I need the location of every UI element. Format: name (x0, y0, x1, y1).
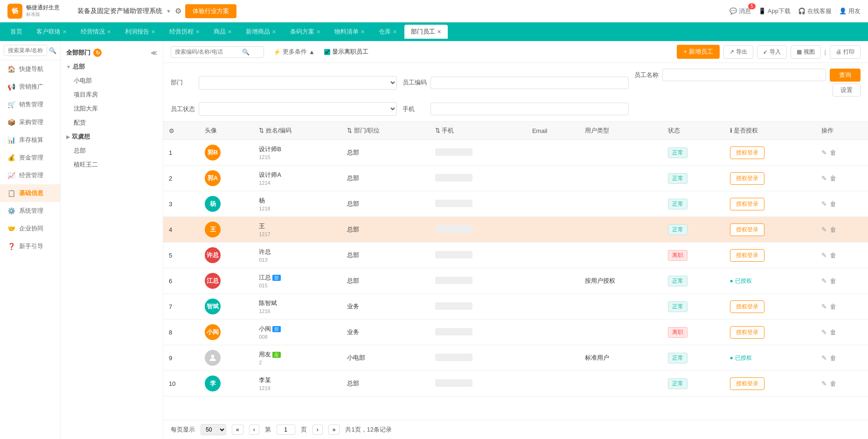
settings-btn[interactable]: 设置 (833, 84, 861, 97)
tab-close-icon[interactable]: ✕ (437, 29, 441, 35)
tab-close-icon[interactable]: ✕ (195, 29, 200, 35)
nav-tab-仓库[interactable]: 仓库✕ (372, 25, 403, 39)
dept-refresh-icon[interactable]: ↻ (93, 49, 102, 57)
nav-tab-首页[interactable]: 首页 (4, 25, 29, 39)
dept-collapse-icon[interactable]: ≪ (151, 49, 157, 56)
dept-tree-item-project[interactable]: 项目库房 (61, 88, 163, 102)
nav-tab-经营历程[interactable]: 经营历程✕ (163, 25, 206, 39)
cell-auth-4[interactable]: 授权登录 (724, 217, 816, 243)
tab-close-icon[interactable]: ✕ (151, 29, 155, 35)
search-menu-icon[interactable]: 🔍 (49, 47, 56, 54)
cell-auth-8[interactable]: 授权登录 (724, 320, 816, 345)
tab-close-icon[interactable]: ✕ (393, 29, 397, 35)
emp-status-select[interactable] (199, 102, 397, 116)
delete-btn-1[interactable]: 🗑 (830, 149, 836, 156)
cell-auth-2[interactable]: 授权登录 (724, 166, 816, 191)
nav-tab-利润报告[interactable]: 利润报告✕ (118, 25, 162, 39)
export-btn[interactable]: ↗ 导出 (723, 45, 753, 59)
edit-btn-8[interactable]: ✎ (821, 328, 827, 336)
auth-btn-7[interactable]: 授权登录 (730, 300, 764, 313)
auth-btn-1[interactable]: 授权登录 (730, 146, 764, 159)
first-page-btn[interactable]: « (232, 425, 243, 435)
edit-btn-3[interactable]: ✎ (821, 200, 827, 208)
auth-btn-10[interactable]: 授权登录 (730, 377, 764, 390)
search-input[interactable] (175, 49, 240, 55)
sidebar-item-basic[interactable]: 📋 基础信息 (0, 184, 60, 202)
user-menu[interactable]: 👤 用友 (839, 7, 861, 15)
delete-btn-6[interactable]: 🗑 (830, 277, 836, 285)
edit-btn-7[interactable]: ✎ (821, 303, 827, 310)
edit-btn-4[interactable]: ✎ (821, 226, 827, 233)
dept-tree-item-xiao[interactable]: 小电部 (61, 74, 163, 88)
auth-btn-4[interactable]: 授权登录 (730, 223, 764, 236)
delete-btn-7[interactable]: 🗑 (830, 303, 836, 310)
cell-auth-7[interactable]: 授权登录 (724, 294, 816, 320)
sidebar-item-sales[interactable]: 🛒 销售管理 (0, 96, 60, 113)
tab-close-icon[interactable]: ✕ (316, 29, 320, 35)
edit-btn-5[interactable]: ✎ (821, 251, 827, 259)
tab-close-icon[interactable]: ✕ (107, 29, 111, 35)
delete-btn-3[interactable]: 🗑 (830, 200, 836, 208)
system-title-dropdown[interactable]: ▼ (166, 8, 171, 14)
auth-btn-3[interactable]: 授权登录 (730, 198, 764, 210)
sidebar-item-marketing[interactable]: 📢 营销推广 (0, 78, 60, 96)
settings-gear-icon[interactable]: ⚙ (175, 7, 181, 15)
phone-input[interactable] (431, 103, 629, 115)
query-btn[interactable]: 查询 (830, 69, 861, 82)
col-settings[interactable]: ⚙ (163, 122, 199, 140)
nav-tab-商品[interactable]: 商品✕ (207, 25, 238, 39)
auth-btn-5[interactable]: 授权登录 (730, 249, 764, 262)
emp-name-input[interactable] (662, 69, 826, 81)
sidebar-item-system[interactable]: ⚙️ 系统管理 (0, 202, 60, 220)
edit-btn-1[interactable]: ✎ (821, 149, 827, 156)
tab-close-icon[interactable]: ✕ (361, 29, 365, 35)
cell-auth-1[interactable]: 授权登录 (724, 140, 816, 166)
view-btn[interactable]: ▦ 视图 (791, 45, 821, 59)
sidebar-item-enterprise[interactable]: 🤝 企业协同 (0, 220, 60, 237)
search-icon[interactable]: 🔍 (242, 49, 250, 56)
edit-btn-6[interactable]: ✎ (821, 277, 827, 285)
nav-tab-物料清单[interactable]: 物料清单✕ (328, 25, 371, 39)
sidebar-item-guide[interactable]: ❓ 新手引导 (0, 237, 60, 255)
sidebar-item-purchase[interactable]: 📦 采购管理 (0, 113, 60, 131)
nav-tab-部门员工[interactable]: 部门员工✕ (404, 25, 448, 39)
delete-btn-9[interactable]: 🗑 (830, 354, 836, 362)
trial-btn[interactable]: 体验行业方案 (185, 4, 236, 18)
last-page-btn[interactable]: » (328, 425, 340, 435)
emp-code-input[interactable] (431, 77, 629, 89)
page-size-select[interactable]: 50 100 (201, 424, 226, 435)
show-resigned-checkbox[interactable]: 显示离职员工 (324, 48, 368, 56)
more-conditions-btn[interactable]: ⚡ 更多条件 ▲ (270, 46, 319, 58)
auth-btn-8[interactable]: 授权登录 (730, 326, 764, 339)
sidebar-item-operation[interactable]: 📈 经营管理 (0, 167, 60, 184)
nav-tab-经营情况[interactable]: 经营情况✕ (74, 25, 118, 39)
prev-page-btn[interactable]: ‹ (249, 425, 259, 435)
nav-tab-新增商品[interactable]: 新增商品✕ (239, 25, 283, 39)
sort-phone-icon[interactable]: ⇅ (435, 127, 440, 134)
cell-auth-3[interactable]: 授权登录 (724, 191, 816, 217)
dept-tree-item-zongbu[interactable]: 总部 (61, 144, 163, 158)
search-menu-input[interactable] (4, 45, 47, 56)
next-page-btn[interactable]: › (312, 425, 323, 435)
message-btn[interactable]: 💬 消息 5 (729, 7, 751, 15)
delete-btn-5[interactable]: 🗑 (830, 251, 836, 259)
sidebar-item-inventory[interactable]: 📊 库存核算 (0, 131, 60, 149)
dept-tree-item-shenyang[interactable]: 沈阳大库 (61, 102, 163, 116)
add-employee-btn[interactable]: + 新增员工 (677, 45, 719, 59)
cell-auth-10[interactable]: 授权登录 (724, 371, 816, 397)
tab-close-icon[interactable]: ✕ (62, 29, 67, 35)
sort-dept-icon[interactable]: ⇅ (347, 127, 352, 134)
sidebar-item-finance[interactable]: 💰 资金管理 (0, 149, 60, 167)
dept-tree-item-shuangyun[interactable]: ▶双虞想 (61, 130, 163, 144)
delete-btn-2[interactable]: 🗑 (830, 174, 836, 182)
dept-tree-item-general[interactable]: ▼总部 (61, 60, 163, 74)
import-btn[interactable]: ↙ 导入 (757, 45, 787, 59)
sidebar-item-quick-nav[interactable]: 🏠 快捷导航 (0, 60, 60, 78)
delete-btn-8[interactable]: 🗑 (830, 328, 836, 336)
app-download-btn[interactable]: 📱 App下载 (758, 7, 791, 15)
edit-btn-10[interactable]: ✎ (821, 380, 827, 387)
dept-select[interactable] (199, 76, 397, 90)
tab-close-icon[interactable]: ✕ (272, 29, 276, 35)
dept-tree-item-peihuo[interactable]: 配货 (61, 116, 163, 130)
cell-auth-5[interactable]: 授权登录 (724, 243, 816, 268)
